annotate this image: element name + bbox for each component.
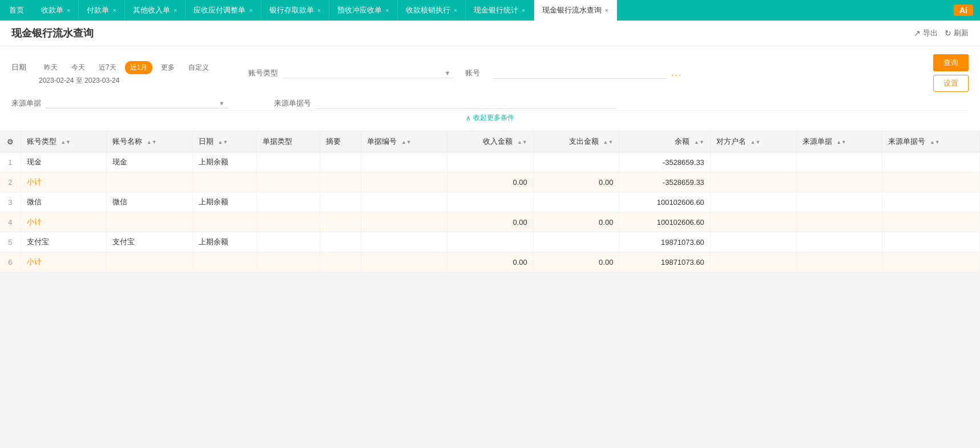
date-range-display: 2023-02-24 至 2023-03-24 [39,76,119,84]
nav-tab-close-4[interactable]: × [317,7,321,14]
col-summary[interactable]: 摘要 [320,131,361,152]
cell-summary [320,152,361,172]
nav-tab-6[interactable]: 收款核销执行 × [398,0,466,21]
cell-doc-no [361,232,447,252]
nav-tab-close-7[interactable]: × [522,7,525,14]
account-type-select[interactable]: ▼ [283,68,454,78]
filter-row-2: 来源单据 ▼ 来源单据号 [11,98,969,109]
nav-tab-5[interactable]: 预收冲应收单 × [329,0,397,21]
col-expense[interactable]: 支出金额 ▲▼ [533,131,619,152]
cell-source-doc-no [882,212,980,232]
nav-tab-close-0[interactable]: × [67,7,70,14]
nav-tab-close-1[interactable]: × [112,7,116,14]
cell-counterpart [710,172,796,192]
cell-expense: 0.00 [533,172,619,192]
ai-badge[interactable]: Ai [954,5,973,16]
nav-home[interactable]: 首页 [0,0,33,21]
table-row[interactable]: 4 小计 0.00 0.00 100102606.60 [0,212,980,232]
cell-source-doc-no [882,172,980,192]
cell-income [447,152,534,172]
export-label: 导出 [923,28,938,38]
cell-num: 6 [0,252,21,272]
cell-balance: 19871073.60 [619,232,710,252]
nav-tab-8[interactable]: 现金银行流水查询 × [534,0,617,21]
col-counterpart[interactable]: 对方户名 ▲▼ [710,131,796,152]
nav-tab-1[interactable]: 付款单 × [79,0,124,21]
refresh-button[interactable]: ↻ 刷新 [945,28,969,38]
table-row[interactable]: 2 小计 0.00 0.00 -3528659.33 [0,172,980,192]
export-button[interactable]: ↗ 导出 [914,28,938,38]
date-btn-7days[interactable]: 近7天 [94,61,122,74]
cell-income: 0.00 [447,252,534,272]
source-doc-no-input[interactable] [316,98,616,109]
cell-counterpart [710,252,796,272]
table-row[interactable]: 3 微信 微信 上期余额 100102606.60 [0,192,980,212]
cell-summary [320,252,361,272]
refresh-icon: ↻ [945,29,951,38]
settings-button[interactable]: 设置 [933,75,969,92]
nav-tab-2[interactable]: 其他收入单 × [125,0,185,21]
nav-tab-close-6[interactable]: × [454,7,457,14]
nav-tab-3[interactable]: 应收应付调整单 × [185,0,261,21]
table-row[interactable]: 1 现金 现金 上期余额 -3528659.33 [0,152,980,172]
source-doc-select[interactable]: ▼ [46,99,228,108]
account-type-dropdown-icon: ▼ [444,70,450,76]
col-balance[interactable]: 余额 ▲▼ [619,131,710,152]
col-gear[interactable]: ⚙ [0,131,21,152]
cell-source-doc-no [882,192,980,212]
account-input[interactable] [493,67,667,79]
account-dots-button[interactable]: ... [671,68,682,78]
nav-tab-close-8[interactable]: × [605,7,608,14]
sort-source-doc-no-icon: ▲▼ [930,139,940,145]
cell-summary [320,172,361,192]
col-account-type[interactable]: 账号类型 ▲▼ [21,131,107,152]
table-row[interactable]: 5 支付宝 支付宝 上期余额 19871073.60 [0,232,980,252]
nav-tab-4[interactable]: 银行存取款单 × [261,0,329,21]
col-doc-type[interactable]: 单据类型 [256,131,320,152]
cell-balance: 19871073.60 [619,252,710,272]
nav-tab-label-2: 其他收入单 [133,5,170,15]
account-type-label: 账号类型 [248,68,278,78]
cell-expense [533,232,619,252]
date-btn-today[interactable]: 今天 [66,61,90,74]
date-btn-custom[interactable]: 自定义 [183,61,214,74]
col-doc-no[interactable]: 单据编号 ▲▼ [361,131,447,152]
cell-account-type: 支付宝 [21,232,107,252]
nav-tab-0[interactable]: 收款单 × [33,0,79,21]
date-btn-more[interactable]: 更多 [156,61,180,74]
cell-doc-type [256,192,320,212]
cell-balance: 100102606.60 [619,192,710,212]
nav-tab-close-5[interactable]: × [385,7,389,14]
cell-source-doc-no [882,252,980,272]
top-nav: 首页 收款单 × 付款单 × 其他收入单 × 应收应付调整单 × 银行存取款单 … [0,0,980,21]
nav-tab-close-2[interactable]: × [174,7,177,14]
cell-income [447,192,534,212]
date-btn-1month[interactable]: 近1月 [125,61,153,74]
col-income[interactable]: 收入金额 ▲▼ [447,131,534,152]
cell-doc-no [361,152,447,172]
cell-doc-type [256,252,320,272]
collapse-bar[interactable]: ∧ 收起更多条件 [11,110,969,125]
export-icon: ↗ [914,29,921,38]
cell-income: 0.00 [447,172,534,192]
cell-account-name: 微信 [107,192,193,212]
nav-tab-close-3[interactable]: × [249,7,252,14]
cell-account-type: 小计 [21,172,107,192]
nav-tab-7[interactable]: 现金银行统计 × [466,0,534,21]
cell-balance: -3528659.33 [619,172,710,192]
cell-source-doc [796,212,882,232]
col-account-name[interactable]: 账号名称 ▲▼ [107,131,193,152]
col-source-doc[interactable]: 来源单据 ▲▼ [796,131,882,152]
cell-doc-type [256,172,320,192]
sort-expense-icon: ▲▼ [603,139,614,145]
account-label: 账号 [465,68,488,78]
cell-doc-type [256,212,320,232]
sort-income-icon: ▲▼ [517,139,527,145]
nav-tab-label-0: 收款单 [41,5,63,15]
col-date[interactable]: 日期 ▲▼ [192,131,256,152]
cell-source-doc-no [882,152,980,172]
table-row[interactable]: 6 小计 0.00 0.00 19871073.60 [0,252,980,272]
date-btn-yesterday[interactable]: 昨天 [39,61,63,74]
query-button[interactable]: 查询 [933,54,969,71]
col-source-doc-no[interactable]: 来源单据号 ▲▼ [882,131,980,152]
